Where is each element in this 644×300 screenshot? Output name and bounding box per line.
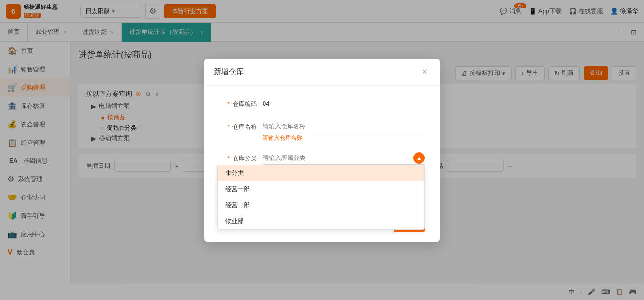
warehouse-name-row: * 仓库名称 请输入仓库名称 xyxy=(219,120,425,142)
modal-title: 新增仓库 xyxy=(214,67,244,77)
dropdown-item-dept3[interactable]: 物业部 xyxy=(218,213,424,229)
warehouse-category-row: * 仓库分类 ▲ 未分类 经营一部 经营二部 物业部 xyxy=(219,151,425,165)
warehouse-name-error: 请输入仓库名称 xyxy=(263,134,425,142)
warehouse-code-row: * 仓库编码 xyxy=(219,97,425,110)
modal-close-button[interactable]: × xyxy=(419,67,430,78)
chevron-up-icon: ▲ xyxy=(416,155,422,161)
warehouse-name-field: 请输入仓库名称 xyxy=(263,120,425,142)
warehouse-name-label: * 仓库名称 xyxy=(219,120,257,131)
warehouse-code-label: * 仓库编码 xyxy=(219,97,257,108)
dropdown-item-unclassified[interactable]: 未分类 xyxy=(218,165,424,181)
warehouse-name-input[interactable] xyxy=(263,120,425,133)
dropdown-toggle-button[interactable]: ▲ xyxy=(413,152,425,164)
dropdown-item-dept2[interactable]: 经营二部 xyxy=(218,197,424,213)
add-warehouse-modal: 新增仓库 × * 仓库编码 * 仓库名称 xyxy=(204,59,440,242)
modal-header: 新增仓库 × xyxy=(204,59,440,86)
dropdown-item-dept1[interactable]: 经营一部 xyxy=(218,181,424,197)
warehouse-category-label: * 仓库分类 xyxy=(219,151,257,163)
modal-overlay: 新增仓库 × * 仓库编码 * 仓库名称 xyxy=(0,0,644,300)
warehouse-code-input[interactable] xyxy=(263,97,425,110)
warehouse-category-input[interactable] xyxy=(263,151,425,165)
warehouse-category-field: ▲ 未分类 经营一部 经营二部 物业部 xyxy=(263,151,425,165)
modal-body: * 仓库编码 * 仓库名称 请输入仓库名称 xyxy=(204,86,440,211)
category-dropdown-list: 未分类 经营一部 经营二部 物业部 xyxy=(217,165,425,230)
warehouse-code-field xyxy=(263,97,425,110)
